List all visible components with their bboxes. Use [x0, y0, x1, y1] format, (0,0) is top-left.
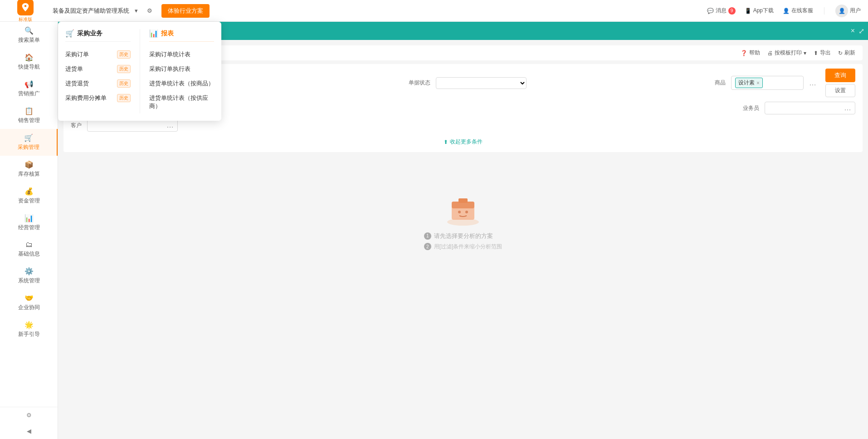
tab-close-all-btn[interactable]: × [851, 27, 855, 35]
empty-illustration [440, 190, 486, 227]
dropdown-menu-inner: 🛒 采购业务 采购订单 历史 进货单 历史 进货退货 历史 采购费用分摊单 [65, 29, 214, 113]
message-label: 消息 [716, 7, 727, 15]
message-icon: 💬 [707, 8, 714, 14]
sidebar-item-guide[interactable]: 🌟 新手引导 [0, 316, 58, 343]
message-btn[interactable]: 💬 消息 9 [707, 7, 736, 15]
collapse-btn[interactable]: ⬆ 收起更多条件 [440, 136, 486, 148]
user-label: 用户 [850, 7, 861, 15]
system-icon: ⚙️ [24, 267, 34, 276]
enterprise-icon: 🤝 [24, 294, 34, 302]
app-download-label: App下载 [753, 7, 774, 15]
sidebar-item-system[interactable]: ⚙️ 系统管理 [0, 262, 58, 289]
sidebar-item-finance[interactable]: 💰 资金管理 [0, 183, 58, 209]
report-column-header: 📊 报表 [149, 29, 215, 42]
tip2-icon: 2 [424, 243, 431, 250]
logo-icon [17, 0, 34, 15]
customer-more-btn[interactable]: … [166, 121, 174, 129]
logo-area: 标准版 [7, 0, 44, 23]
sidebar-item-system-label: 系统管理 [18, 277, 40, 285]
purchase-col-icon: 🛒 [65, 29, 74, 38]
hist-badge-1: 历史 [117, 65, 131, 73]
sidebar-item-operations[interactable]: 📊 经营管理 [0, 209, 58, 236]
menu-item-report-2[interactable]: 进货单统计表（按商品） [149, 76, 215, 91]
top-bar: 标准版 装备及固定资产辅助管理系统 ▾ ⚙ 体验行业方案 💬 消息 9 📱 Ap… [0, 0, 868, 22]
menu-item-expense[interactable]: 采购费用分摊单 历史 [65, 91, 131, 105]
help-btn[interactable]: ❓ 帮助 [741, 49, 760, 57]
svg-rect-3 [458, 198, 468, 203]
svg-point-5 [465, 211, 468, 213]
industry-btn[interactable]: 体验行业方案 [161, 4, 210, 18]
settings-small-btn[interactable]: 设置 [825, 84, 855, 97]
hist-badge-0: 历史 [117, 50, 131, 59]
purchase-business-column: 🛒 采购业务 采购订单 历史 进货单 历史 进货退货 历史 采购费用分摊单 [65, 29, 131, 113]
sidebar-item-inventory[interactable]: 📦 库存核算 [0, 156, 58, 183]
empty-tip1: 请先选择要分析的方案 [434, 232, 493, 240]
top-right: 💬 消息 9 📱 App下载 👤 在线客服 👤 用户 [707, 5, 861, 17]
refresh-icon: ↻ [838, 50, 843, 56]
query-btn[interactable]: 查询 [825, 69, 855, 82]
goods-more-btn[interactable]: … [809, 79, 816, 87]
print-icon: 🖨 [767, 50, 773, 56]
marketing-icon: 📢 [24, 80, 34, 89]
sidebar-item-guide-label: 新手引导 [18, 330, 40, 338]
empty-tip2: 用[过滤]条件来缩小分析范围 [434, 243, 502, 251]
sidebar-item-search[interactable]: 🔍 搜索菜单 [0, 22, 58, 49]
tip1-icon: 1 [424, 232, 431, 240]
tab-expand-btn[interactable]: ⤢ [858, 27, 864, 35]
home-icon: 🏠 [24, 53, 34, 62]
salesman-more-btn[interactable]: … [844, 104, 851, 112]
guide-icon: 🌟 [24, 321, 34, 329]
system-dropdown-btn[interactable]: ▾ [135, 7, 138, 14]
sidebar-item-marketing[interactable]: 📢 营销推广 [0, 75, 58, 102]
goods-tag-close[interactable]: × [756, 80, 760, 86]
export-btn[interactable]: ⬆ 导出 [814, 49, 831, 57]
refresh-btn[interactable]: ↻ 刷新 [838, 49, 855, 57]
sidebar-bottom: ⚙ ◀ [0, 407, 58, 439]
menu-item-report-3[interactable]: 进货单统计表（按供应商） [149, 91, 215, 113]
sidebar-item-operations-label: 经营管理 [18, 224, 40, 232]
online-service-label: 在线客服 [791, 7, 813, 15]
basic-info-icon: 🗂 [25, 241, 33, 249]
user-btn[interactable]: 👤 用户 [835, 5, 861, 17]
app-download-btn[interactable]: 📱 App下载 [745, 7, 774, 15]
salesman-label: 业务员 [743, 104, 759, 112]
sidebar-item-enterprise-label: 企业协同 [18, 304, 40, 311]
help-icon: ❓ [741, 50, 747, 56]
menu-item-purchase-order[interactable]: 采购订单 历史 [65, 47, 131, 62]
logo-text: 标准版 [19, 16, 32, 23]
sidebar-settings-btn[interactable]: ⚙ [0, 407, 58, 423]
tab-bar-right: × ⤢ [851, 27, 864, 35]
print-btn[interactable]: 🖨 按模板打印 ▾ [767, 49, 806, 57]
search-icon: 🔍 [24, 26, 34, 35]
system-title: 装备及固定资产辅助管理系统 [53, 7, 129, 15]
app-container: 标准版 装备及固定资产辅助管理系统 ▾ ⚙ 体验行业方案 💬 消息 9 📱 Ap… [0, 0, 868, 439]
sidebar-item-sales[interactable]: 📋 销售管理 [0, 102, 58, 129]
sidebar-item-marketing-label: 营销推广 [18, 90, 40, 98]
hist-badge-2: 历史 [117, 79, 131, 88]
purchase-dropdown-menu: 🛒 采购业务 采购订单 历史 进货单 历史 进货退货 历史 采购费用分摊单 [58, 22, 221, 121]
sidebar-item-basic-info[interactable]: 🗂 基础信息 [0, 236, 58, 262]
export-icon: ⬆ [814, 50, 818, 56]
status-select[interactable] [436, 77, 527, 89]
sidebar-item-purchase[interactable]: 🛒 采购管理 [0, 129, 58, 156]
status-label: 单据状态 [409, 79, 430, 87]
service-icon: 👤 [783, 8, 790, 14]
sidebar-item-enterprise[interactable]: 🤝 企业协同 [0, 289, 58, 316]
online-service-btn[interactable]: 👤 在线客服 [783, 7, 813, 15]
menu-item-incoming[interactable]: 进货单 历史 [65, 62, 131, 76]
operations-icon: 📊 [24, 214, 34, 222]
empty-state: 1 请先选择要分析的方案 2 用[过滤]条件来缩小分析范围 [63, 152, 863, 288]
sidebar-item-quick-nav[interactable]: 🏠 快捷导航 [0, 49, 58, 75]
finance-icon: 💰 [24, 187, 34, 196]
menu-item-report-1[interactable]: 采购订单执行表 [149, 62, 215, 76]
sidebar-collapse-btn[interactable]: ◀ [0, 423, 58, 439]
message-badge: 9 [728, 7, 736, 15]
svg-point-4 [458, 211, 461, 213]
sidebar-item-basic-info-label: 基础信息 [18, 250, 40, 258]
sidebar: 🔍 搜索菜单 🏠 快捷导航 📢 营销推广 📋 销售管理 🛒 采购管理 📦 [0, 22, 58, 439]
system-settings-btn[interactable]: ⚙ [143, 5, 156, 17]
collapse-icon: ⬆ [444, 139, 448, 145]
menu-item-return[interactable]: 进货退货 历史 [65, 76, 131, 91]
menu-item-report-0[interactable]: 采购订单统计表 [149, 47, 215, 62]
sidebar-item-search-label: 搜索菜单 [18, 36, 40, 44]
